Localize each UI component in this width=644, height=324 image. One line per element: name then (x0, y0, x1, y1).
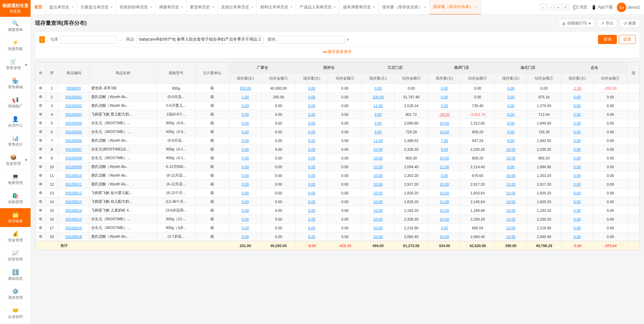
tab-other-out[interactable]: 其他出库单历史 × (218, 0, 257, 15)
sidebar-item-operations[interactable]: 📈 经营管理 (0, 246, 31, 266)
sidebar-item-retailshop[interactable]: 🏪 零售商城 (0, 74, 31, 93)
row-m-qty: 0.00 (296, 180, 328, 189)
tab-home[interactable]: 首页 (31, 0, 46, 15)
row-gear[interactable]: ⚙ (36, 84, 46, 93)
row-gear[interactable]: ⚙ (36, 180, 46, 189)
tab-transfer-close[interactable]: × (181, 5, 183, 9)
refresh-button[interactable]: ↺ 刷新 (620, 19, 640, 28)
row-gear[interactable]: ⚙ (36, 128, 46, 136)
sidebar-item-system[interactable]: ⚙️ 系统管理 (0, 285, 31, 304)
tab-material-out[interactable]: 材料出库单历史 × (257, 0, 296, 15)
row-gear[interactable]: ⚙ (36, 163, 46, 171)
sidebar-item-newguide[interactable]: 🎯 新手引导 (0, 323, 31, 324)
tab-production-in-close[interactable]: × (334, 5, 336, 9)
row-gear[interactable]: ⚙ (36, 232, 46, 241)
row-m-qty: 0.00 (296, 232, 328, 241)
sidebar-item-enterprise[interactable]: 🤝 企业协同 (0, 304, 31, 323)
warehouse-input[interactable] (60, 36, 117, 44)
row-gear[interactable]: ⚙ (36, 189, 46, 197)
nav-next-arrow[interactable]: › (547, 4, 554, 11)
nav-close-tab[interactable]: × (555, 4, 561, 11)
row-jb-qty: 10.00 (362, 145, 394, 154)
refresh-label: 刷新 (628, 20, 636, 26)
tab-material-out-close[interactable]: × (290, 5, 292, 9)
goods-input[interactable] (136, 36, 264, 44)
sidebar-logo[interactable]: 畅捷通好生意 标签版 (0, 0, 31, 17)
sidebar-item-label-search: 搜索英单 (8, 27, 23, 32)
query-button[interactable]: 查询 (598, 35, 617, 44)
tab-stock-dist[interactable]: 现存量（库存分布表） × (430, 0, 481, 15)
row-spec: 900g（12-... (157, 215, 195, 224)
row-jb-amt: 1,829.20 (394, 189, 428, 197)
row-na-amt: 665.04 (461, 224, 495, 232)
row-gear[interactable]: ⚙ (36, 145, 46, 154)
print-button[interactable]: 🖨 按模板打印 ▾ (558, 19, 594, 28)
tab-request[interactable]: 要货单历史 × (186, 0, 218, 15)
sidebar-item-marketing[interactable]: 📢 营销推广 (0, 93, 31, 112)
tab-request-close[interactable]: × (212, 5, 214, 9)
row-gear[interactable]: ⚙ (36, 93, 46, 101)
nav-fullscreen[interactable]: ⤢ (562, 4, 569, 11)
sidebar-item-purchase[interactable]: 🛍️ 采购管理 (0, 189, 31, 208)
tab-cost-adjust-close[interactable]: × (373, 5, 375, 9)
th-gear[interactable]: ⚙ (36, 62, 46, 84)
nav-prev-arrow[interactable]: ‹ (540, 4, 547, 11)
tab-inventory-split-close[interactable]: × (111, 5, 113, 9)
settings-button[interactable]: 设置 (619, 35, 636, 44)
sidebar-item-wholesale[interactable]: 📦 批发管理 ▼ (0, 151, 31, 170)
sidebar-item-inventory[interactable]: 🗂️ 库存核算 (0, 208, 31, 227)
row-na-qty: 10.00 (428, 232, 461, 241)
row-total-amt: 0.00 (593, 136, 628, 145)
tab-assembly-close[interactable]: × (150, 5, 152, 9)
tab-stock-dist-close[interactable]: × (475, 5, 477, 9)
color-input[interactable] (278, 36, 345, 44)
tab-current-stock[interactable]: 现存量（库存状况表） × (379, 0, 430, 15)
row-gear[interactable]: ⚙ (36, 171, 46, 180)
tab-current-stock-close[interactable]: × (424, 5, 426, 9)
filter-toggle-arrow[interactable]: › (39, 36, 45, 43)
row-f-amt: 0.00 (262, 224, 296, 232)
sidebar-item-quicknav[interactable]: ⚡ 快捷导航 (0, 36, 31, 55)
user-menu[interactable]: Ea demo2 (617, 3, 640, 12)
row-name: 合生元（BIOSTIME）... (89, 215, 157, 224)
export-label: 导出 (605, 20, 613, 26)
tab-other-out-close[interactable]: × (251, 5, 253, 9)
message-button[interactable]: 💬 消息 (573, 4, 587, 10)
row-gear[interactable]: ⚙ (36, 119, 46, 128)
row-gear[interactable]: ⚙ (36, 101, 46, 110)
row-gear[interactable]: ⚙ (36, 206, 46, 215)
tab-cost-adjust[interactable]: 成本调整单历史 × (339, 0, 379, 15)
th-rownum: 序 (46, 62, 58, 84)
color-dropdown-icon[interactable]: ▾ (347, 37, 349, 42)
row-f-qty: 0.00 (229, 215, 261, 224)
row-jb-amt: 2,339.20 (394, 145, 428, 154)
sidebar-item-retail[interactable]: 🛒 零售管理 ▲ (0, 55, 31, 74)
tab-assembly[interactable]: 组装拆卸单历史 × (116, 0, 156, 15)
sidebar-item-label-finance: 资金管理 (8, 238, 23, 243)
sidebar-item-finance[interactable]: 💰 资金管理 (0, 227, 31, 246)
row-spec: (0-6月适... (157, 93, 195, 101)
row-gear[interactable]: ⚙ (36, 215, 46, 224)
expand-conditions[interactable]: ▾▾ 展开更多条件 (323, 49, 352, 55)
sidebar-item-search[interactable]: 🔍 搜索英单 (0, 17, 31, 36)
row-f-qty: 0.00 (229, 224, 261, 232)
sidebar-item-retailstat[interactable]: 📊 零售统计 (0, 132, 31, 151)
tab-inventory-check[interactable]: 盘点单历史 × (46, 0, 77, 15)
row-gear[interactable]: ⚙ (36, 197, 46, 206)
row-gear[interactable]: ⚙ (36, 224, 46, 232)
footer-m-qty: -8.00 (296, 241, 328, 250)
export-button[interactable]: ↗ 导出 (597, 19, 617, 28)
tab-production-in[interactable]: 产成品入库单历史 × (296, 0, 339, 15)
tab-inventory-check-close[interactable]: × (71, 5, 73, 9)
row-gear[interactable]: ⚙ (36, 110, 46, 119)
sidebar-item-basic[interactable]: ℹ️ 基础信息 (0, 266, 31, 285)
row-gear[interactable]: ⚙ (36, 154, 46, 163)
sidebar-item-member[interactable]: 👤 会员中心 (0, 112, 31, 132)
app-download-button[interactable]: 📱 App下载 (591, 4, 613, 10)
tab-transfer[interactable]: 调拨单历史 × (156, 0, 187, 15)
row-num: 3 (46, 101, 58, 110)
sidebar-item-ecommerce[interactable]: 💻 电商管理 (0, 170, 31, 189)
row-gear[interactable]: ⚙ (36, 136, 46, 145)
tab-inventory-split[interactable]: 分量盘点单历史 × (77, 0, 116, 15)
row-total-amt: 0.00 (593, 224, 628, 232)
